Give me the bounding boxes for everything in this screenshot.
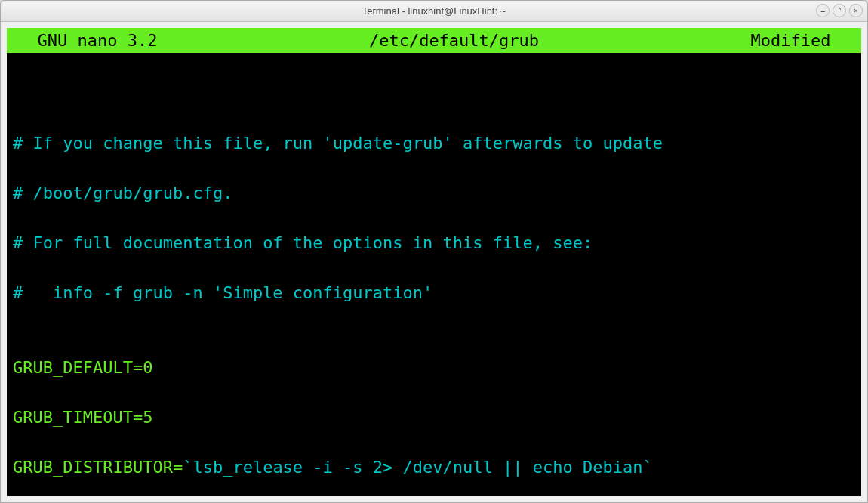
editor-line: GRUB_DEFAULT=0 [13, 355, 855, 380]
editor-line: # /boot/grub/grub.cfg. [13, 181, 855, 205]
terminal-area[interactable]: GNU nano 3.2 /etc/default/grub Modified … [7, 28, 861, 496]
nano-header: GNU nano 3.2 /etc/default/grub Modified [7, 28, 861, 53]
nano-app-version: GNU nano 3.2 [17, 28, 157, 53]
titlebar: Terminal - linuxhint@LinuxHint: ~ ‒ ˄ × [1, 1, 867, 22]
nano-status: Modified [751, 28, 851, 53]
minimize-button[interactable]: ‒ [816, 4, 830, 17]
editor-line [13, 81, 855, 106]
close-button[interactable]: × [849, 4, 863, 17]
editor-line: GRUB_TIMEOUT=5 [13, 405, 855, 430]
editor-line: GRUB_DISTRIBUTOR=`lsb_release -i -s 2> /… [13, 455, 855, 480]
nano-filename: /etc/default/grub [157, 28, 750, 53]
editor-content[interactable]: # If you change this file, run 'update-g… [7, 53, 861, 496]
window-title: Terminal - linuxhint@LinuxHint: ~ [362, 5, 506, 17]
editor-line: # If you change this file, run 'update-g… [13, 131, 855, 156]
editor-line: # info -f grub -n 'Simple configuration' [13, 280, 855, 305]
terminal-window: Terminal - linuxhint@LinuxHint: ~ ‒ ˄ × … [0, 0, 868, 503]
window-controls: ‒ ˄ × [816, 4, 863, 17]
editor-line: # For full documentation of the options … [13, 230, 855, 255]
maximize-button[interactable]: ˄ [833, 4, 846, 17]
